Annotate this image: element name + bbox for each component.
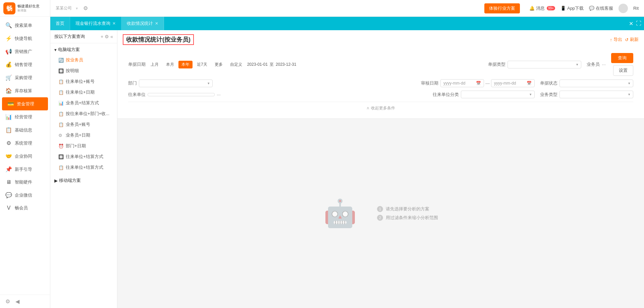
business-type-chevron-icon: ▾ [628,92,630,97]
sidebar-item-sales[interactable]: 💰销售管理 [0,58,50,71]
scheme-icon-unit-settle2: 📋 [58,165,64,170]
business-type-filter-item: 业务类型 ▾ [540,91,633,98]
page-title-row: 收款情况统计(按业务员) ↑ 导出 ↺ 刷新 [123,34,639,45]
tab-bank-flow-close-icon[interactable]: ✕ [112,21,116,26]
logo-badge: 标准版 [17,8,40,13]
export-button[interactable]: ↑ 导出 [610,37,623,43]
tab-home[interactable]: 首页 [50,17,70,30]
sidebar: 畅 畅捷通好生意 标准版 🔍搜索菜单⚡快捷导航📢营销推广💰销售管理🛒采购管理🏠库… [0,0,50,308]
sidebar-footer: ⚙ ◀ [0,295,50,308]
sidebar-item-wechat[interactable]: 💬企业微信 [0,189,50,202]
tab-collection-stat-label: 收款情况统计 [127,20,153,27]
sidebar-item-enterprise[interactable]: 🤝企业协同 [0,150,50,163]
sidebar-item-finance[interactable]: 💳资金管理 [2,97,48,110]
scheme-item-by-staff[interactable]: 🔄按业务员 [50,55,117,65]
left-panel-settings-btn[interactable]: ⚙ [105,34,109,39]
sidebar-item-purchase[interactable]: 🛒采购管理 [0,71,50,84]
notifications-button[interactable]: 🔔 消息 99+ [529,5,555,11]
filter-row-3: 往来单位 ··· 往来单位分类 ▾ [128,91,633,98]
topbar-gear-icon[interactable]: ⚙ [83,5,88,11]
scheme-item-unit-settle1[interactable]: 🔲往来单位+结算方式 [50,151,117,162]
sidebar-label-operations: 经营管理 [15,114,32,120]
user-name: Rit [633,6,639,11]
query-button[interactable]: 查询 [611,53,633,63]
scheme-item-unit-settle2[interactable]: 📋往来单位+结算方式 [50,162,117,173]
scheme-item-staff-date[interactable]: ⚙业务员+日期 [50,130,117,141]
sidebar-icon-operations: 📊 [5,114,12,120]
sidebar-icon-member: V [5,205,12,211]
tab-bank-flow[interactable]: 现金银行流水查询 ✕ [70,17,121,30]
sidebar-item-quick-nav[interactable]: ⚡快捷导航 [0,32,50,45]
scheme-item-by-detail[interactable]: 🔲按明细 [50,65,117,76]
mobile-scheme-group-header[interactable]: ▶ 移动端方案 [50,175,117,186]
sidebar-icon-sales: 💰 [5,61,12,68]
review-date-end-cal-icon: 📅 [527,81,532,86]
counter-party-category-select[interactable]: ▾ [461,91,535,98]
topbar: 某某公司 ▾ ⚙ 体验行业方案 🔔 消息 99+ 📱 App下载 💬 在线客服 … [50,0,644,17]
sidebar-label-quick-nav: 快捷导航 [15,36,32,42]
sidebar-item-system[interactable]: ⚙系统管理 [0,137,50,150]
review-date-filter-item: 审核日期 yyyy-mm-dd 📅 — yyyy-mm-dd 📅 [421,79,535,87]
notifications-icon: 🔔 [529,6,535,11]
shortcut-last-7[interactable]: 近7天 [194,61,210,68]
tabbar-fullscreen-btn[interactable]: ⛶ [636,20,641,27]
sidebar-icon-finance: 💳 [7,101,14,107]
online-service-button[interactable]: 💬 在线客服 [589,5,613,11]
sidebar-item-marketing[interactable]: 📢营销推广 [0,45,50,58]
user-avatar[interactable] [619,4,628,13]
sidebar-item-hardware[interactable]: 🖥智能硬件 [0,176,50,189]
review-date-start-input[interactable]: yyyy-mm-dd 📅 [440,79,484,87]
scheme-item-dept-date[interactable]: ⏰部门+日期 [50,141,117,151]
tab-bank-flow-label: 现金银行流水查询 [75,20,110,27]
staff-more-icon[interactable]: ··· [602,62,606,67]
sidebar-item-search[interactable]: 🔍搜索菜单 [0,19,50,32]
scheme-item-unit-account[interactable]: 📋往来单位+账号 [50,76,117,87]
shortcut-last-month[interactable]: 上月 [148,61,162,68]
doc-status-label: 单据状态 [540,80,557,86]
scheme-item-unit-date[interactable]: 📋往来单位+日期 [50,87,117,98]
left-panel-add-btn[interactable]: + [101,34,103,39]
review-date-end-input[interactable]: yyyy-mm-dd 📅 [491,79,535,87]
business-type-select[interactable]: ▾ [559,91,633,98]
tab-collection-stat[interactable]: 收款情况统计 ✕ [121,17,164,30]
action-btn-group: 查询 设置 [611,53,633,76]
trial-button[interactable]: 体验行业方案 [484,3,520,13]
empty-area: 🤖 1 请先选择要分析的方案 2 用过滤条件来缩小分析范围 [117,119,644,308]
scheme-item-by-unit-dept-collect[interactable]: 📋按往来单位+部门+收... [50,108,117,119]
notifications-badge: 99+ [547,6,555,10]
tab-collection-stat-close-icon[interactable]: ✕ [155,21,158,26]
scheme-item-staff-account[interactable]: 📋业务员+账号 [50,119,117,130]
scheme-icon-staff-date: ⚙ [58,133,64,138]
shortcut-more[interactable]: 更多 [212,61,226,68]
counter-party-more-icon[interactable]: ··· [217,92,221,97]
sidebar-item-guide[interactable]: 📌新手引导 [0,163,50,176]
left-panel-collapse-btn[interactable]: « [110,34,113,39]
tabbar-close-btn[interactable]: ✕ [629,20,633,27]
desktop-scheme-group-header[interactable]: ▾ 电脑端方案 [50,45,117,55]
doc-status-select[interactable]: ▾ [559,80,633,87]
sidebar-item-operations[interactable]: 📊经营管理 [0,110,50,123]
review-date-label: 审核日期 [421,80,438,86]
shortcut-this-year[interactable]: 本年 [178,61,193,68]
notifications-label: 消息 [536,5,545,11]
doc-type-select[interactable]: ▾ [507,61,581,68]
collapse-button[interactable]: ∧ 收起更多条件 [366,105,395,111]
sidebar-collapse-icon[interactable]: ◀ [15,298,19,305]
settings-button[interactable]: 设置 [613,65,633,76]
sidebar-item-member[interactable]: V畅会员 [0,202,50,214]
shortcut-this-month[interactable]: 本月 [163,61,177,68]
sidebar-item-basic-info[interactable]: 📋基础信息 [0,123,50,137]
shortcut-custom[interactable]: 自定义 [227,61,245,68]
scheme-label-unit-account: 往来单位+账号 [66,79,95,85]
dept-label: 部门 [128,80,137,86]
date-filter-item: 单据日期 上月 本月 本年 近7天 更多 自定义 2023-01-01 至 [128,61,296,68]
refresh-button[interactable]: ↺ 刷新 [625,37,639,43]
app-download-button[interactable]: 📱 App下载 [560,5,584,11]
sidebar-item-inventory[interactable]: 🏠库存核算 [0,84,50,97]
scheme-item-staff-settle[interactable]: 📊业务员+结算方式 [50,98,117,108]
page-area: 按以下方案查询 + ⚙ « ▾ 电脑端方案 🔄按业务员🔲按明细📋往来单位+账号📋… [50,30,644,308]
sidebar-label-marketing: 营销推广 [15,49,32,55]
counter-party-select[interactable] [148,93,215,96]
dept-select[interactable]: ▾ [139,80,213,87]
sidebar-settings-icon[interactable]: ⚙ [5,298,10,305]
